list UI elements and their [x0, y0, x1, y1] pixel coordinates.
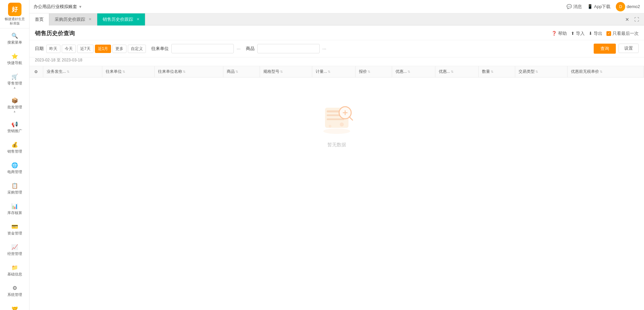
tab-close-purchase-history[interactable]: ✕ [89, 17, 92, 21]
settings-button[interactable]: 设置 [619, 44, 639, 53]
col-header-party_code[interactable]: 往来单位⇅ [102, 66, 155, 78]
goods-filter-dots[interactable]: ··· [322, 46, 326, 51]
tabbar: 首页采购历史价跟踪✕销售历史价跟踪✕✕⛶ [30, 13, 644, 25]
date-btn-today[interactable]: 今天 [62, 45, 76, 53]
user-name-label: demo2 [627, 4, 640, 9]
party-filter-label: 往来单位 [151, 46, 169, 52]
empty-state: 暂无数据 [30, 78, 644, 168]
party-filter-input[interactable] [171, 44, 234, 53]
col-header-spec[interactable]: 规格型号⇅ [260, 66, 312, 78]
date-btn-custom[interactable]: 自定义 [128, 45, 146, 53]
sidebar-item-search-menu[interactable]: 🔍搜索菜单 [0, 29, 29, 49]
sort-icon: ⇅ [235, 70, 238, 73]
empty-illustration [317, 98, 357, 138]
date-btn-last7days[interactable]: 近7天 [77, 45, 94, 53]
date-btn-more[interactable]: 更多 [112, 45, 126, 53]
col-header-goods[interactable]: 商品⇅ [223, 66, 260, 78]
empty-text: 暂无数据 [327, 142, 346, 148]
sidebar-item-label: 搜索菜单 [7, 40, 22, 45]
maximize-window-icon[interactable]: ⛶ [633, 16, 640, 23]
app-selector[interactable]: 办公用品行业模拟账套 ▼ [34, 4, 82, 10]
col-header-party_name[interactable]: 往来单位名称⇅ [155, 66, 223, 78]
sort-icon: ⇅ [328, 70, 330, 73]
gear-icon[interactable]: ⚙ [34, 69, 38, 74]
col-header-discount2[interactable]: 优惠...⇅ [435, 66, 478, 78]
tab-sales-history[interactable]: 销售历史价跟踪✕ [97, 13, 145, 25]
tab-home[interactable]: 首页 [30, 13, 49, 25]
date-btn-yesterday[interactable]: 昨天 [46, 45, 60, 53]
tab-purchase-history[interactable]: 采购历史价跟踪✕ [49, 13, 97, 25]
page-title: 销售历史价查询 [35, 30, 75, 37]
tab-label-purchase-history: 采购历史价跟踪 [55, 16, 85, 22]
tab-label-home: 首页 [35, 16, 44, 22]
sidebar-item-ecommerce[interactable]: 🌐电商管理 [0, 158, 29, 178]
party-filter-group: 往来单位 ··· [151, 44, 240, 53]
import-icon: ⬆ [571, 31, 575, 36]
sidebar-item-label: 零售管理 [7, 81, 22, 86]
sidebar-item-finance[interactable]: 💳资金管理 [0, 219, 29, 240]
svg-line-8 [349, 117, 353, 120]
col-header-unit[interactable]: 计量...⇅ [312, 66, 356, 78]
marketing-icon: 📢 [11, 121, 18, 127]
quick-nav-icon: ⭐ [11, 53, 18, 59]
sort-icon: ⇅ [451, 70, 453, 73]
sidebar: 好 畅捷通好生意标准版 🔍搜索菜单⭐快捷导航🛒零售管理▲📦批发管理▲📢营销推广💰… [0, 0, 30, 310]
col-header-price[interactable]: 报价⇅ [355, 66, 392, 78]
export-label: 导出 [594, 31, 602, 37]
import-button[interactable]: ⬆ 导入 [571, 31, 585, 37]
table-header: ⚙业务发生...⇅往来单位⇅往来单位名称⇅商品⇅规格型号⇅计量...⇅报价⇅优惠… [30, 66, 644, 78]
col-header-discount1[interactable]: 优惠...⇅ [392, 66, 435, 78]
app-download-button[interactable]: 📱 App下载 [587, 4, 610, 10]
download-label: App下载 [594, 4, 610, 10]
message-icon: 💬 [567, 4, 572, 9]
sidebar-item-operations[interactable]: 📈经营管理 [0, 240, 29, 260]
date-btn-last1month[interactable]: 近1月 [95, 45, 111, 53]
sidebar-item-inventory[interactable]: 📊库存核算 [0, 199, 29, 219]
topbar-left: 办公用品行业模拟账套 ▼ [34, 4, 82, 10]
topbar-right: 💬 消息 📱 App下载 D demo2 [567, 2, 640, 11]
export-button[interactable]: ⬇ 导出 [589, 31, 602, 37]
sidebar-item-retail[interactable]: 🛒零售管理▲ [0, 69, 29, 93]
page-actions: ❓ 帮助 ⬆ 导入 ⬇ 导出 ✓ 只看最后一次 [551, 31, 639, 37]
retail-icon: 🛒 [11, 73, 18, 80]
sidebar-item-label: 资金管理 [7, 231, 22, 236]
svg-point-0 [323, 128, 350, 134]
sales-icon: 💰 [11, 142, 18, 148]
basic-icon: 📁 [11, 264, 18, 271]
sidebar-item-wholesale[interactable]: 📦批发管理▲ [0, 93, 29, 117]
sort-icon: ⇅ [122, 70, 125, 73]
query-button[interactable]: 查询 [594, 44, 616, 54]
party-filter-dots[interactable]: ··· [236, 46, 240, 51]
svg-point-9 [340, 122, 344, 126]
sort-icon: ⇅ [67, 70, 69, 73]
col-header-trade_type[interactable]: 交易类型⇅ [515, 66, 568, 78]
user-profile-button[interactable]: D demo2 [616, 2, 640, 11]
help-button[interactable]: ❓ 帮助 [551, 31, 567, 37]
col-header-biz_date[interactable]: 业务发生...⇅ [43, 66, 102, 78]
sidebar-item-quick-nav[interactable]: ⭐快捷导航 [0, 49, 29, 69]
col-header-quantity[interactable]: 数量⇅ [478, 66, 515, 78]
sidebar-item-marketing[interactable]: 📢营销推广 [0, 117, 29, 138]
sidebar-item-system[interactable]: ⚙系统管理 [0, 281, 29, 301]
date-filter-group: 日期 昨天今天近7天近1月更多自定义 [35, 45, 146, 53]
search-menu-icon: 🔍 [11, 33, 18, 39]
sort-icon: ⇅ [408, 70, 410, 73]
expand-arrow-icon: ▲ [13, 110, 16, 113]
inventory-icon: 📊 [11, 203, 18, 209]
sidebar-item-label: 营销推广 [7, 128, 22, 134]
message-button[interactable]: 💬 消息 [567, 4, 582, 10]
goods-filter-input[interactable] [257, 44, 320, 53]
col-header-no_tax_price[interactable]: 优惠前无税单价⇅ [568, 66, 644, 78]
purchase-icon: 📋 [11, 183, 18, 189]
sidebar-item-label: 采购管理 [7, 190, 22, 195]
sidebar-item-enterprise[interactable]: 🤝企业协同 [0, 301, 29, 310]
close-window-icon[interactable]: ✕ [624, 16, 631, 23]
sidebar-item-sales[interactable]: 💰销售管理 [0, 138, 29, 158]
last-only-checkbox[interactable]: ✓ 只看最后一次 [606, 31, 639, 37]
tab-close-sales-history[interactable]: ✕ [137, 17, 140, 21]
sidebar-item-purchase[interactable]: 📋采购管理 [0, 178, 29, 199]
sidebar-item-basic[interactable]: 📁基础信息 [0, 260, 29, 281]
sidebar-item-label: 库存核算 [7, 210, 22, 215]
data-table: ⚙业务发生...⇅往来单位⇅往来单位名称⇅商品⇅规格型号⇅计量...⇅报价⇅优惠… [30, 66, 644, 78]
sidebar-item-label: 系统管理 [7, 292, 22, 297]
